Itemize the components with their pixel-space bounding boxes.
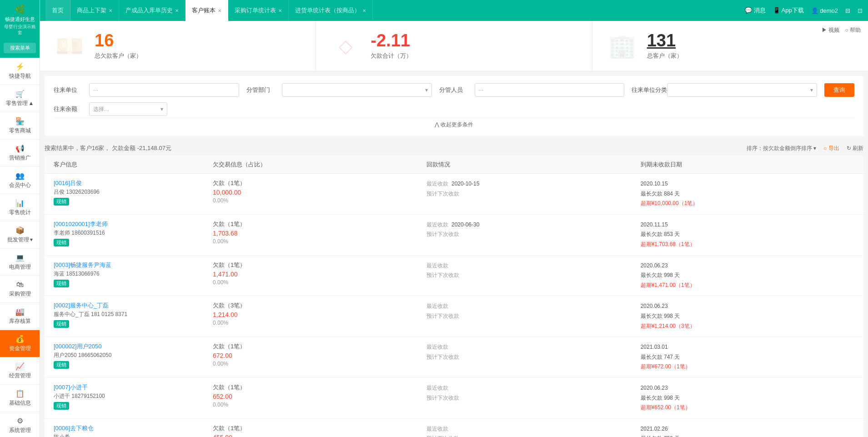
batch-mgmt-icon: 📦 [2, 226, 37, 235]
debt-amount-1: 10,000.00 [213, 189, 426, 196]
close-icon[interactable]: ✕ [109, 8, 112, 13]
sidebar-item-member[interactable]: 👥 会员中心 [0, 167, 40, 194]
customer-tag-5: 现销 [54, 361, 69, 369]
sidebar-item-label-row: 批发管理 ▾ [2, 236, 37, 244]
customer-name-2: [0001020001]李老师 [54, 220, 213, 228]
purchase-label: 采购管理 [2, 290, 37, 298]
window-maximize-btn[interactable]: ⊡ [858, 7, 863, 14]
customer-link-6[interactable]: [0007]小进干 [54, 384, 88, 391]
overdue-4[interactable]: 超期¥1,214.00（3笔） [641, 321, 854, 332]
user-avatar[interactable]: 👤 demo2 [811, 7, 838, 14]
overdue-1[interactable]: 超期¥10,000.00（1笔） [641, 199, 854, 209]
balance-select[interactable]: 选择... ▾ [89, 102, 167, 116]
sidebar-item-ecom[interactable]: 💻 电商管理 [0, 249, 40, 276]
tab-customer-account-label: 客户账本 [192, 6, 216, 15]
due-days-1: 最长欠款 884 天 [641, 189, 854, 199]
sidebar-item-capital[interactable]: 💰 资金管理 [0, 330, 40, 357]
filter-balance: 往来余额 选择... ▾ [54, 102, 167, 116]
overdue-5[interactable]: 超期¥672.00（1笔） [641, 362, 854, 372]
overdue-3[interactable]: 超期¥1,471.00（1笔） [641, 281, 854, 291]
query-button[interactable]: 查询 [824, 83, 854, 97]
dept-select[interactable]: ▾ [282, 83, 432, 97]
from-unit-input[interactable]: ··· [89, 83, 239, 97]
tab-home[interactable]: 首页 [45, 0, 70, 21]
sidebar-item-batch-mgmt[interactable]: 📦 批发管理 ▾ [0, 221, 40, 249]
customer-info-1: [0016]吕俊 吕俊 13026203696 现销 [54, 179, 213, 206]
stat-number-overdue-customers: 16 [95, 32, 302, 49]
result-summary: 搜索结果中，客户16家， 欠款金额 -21,148.07元 [45, 144, 171, 152]
close-icon[interactable]: ✕ [278, 8, 282, 13]
stat-content-3: 131 总客户（家） [647, 32, 854, 60]
debt-amount-6: 652.00 [213, 393, 426, 400]
export-button[interactable]: ○ 导出 [823, 145, 839, 152]
stat-icon-building: 🏢 [606, 30, 638, 62]
retail-mall-icon: 🏪 [2, 117, 37, 126]
unit-category-select[interactable]: ▾ [667, 83, 817, 97]
customer-link-5[interactable]: [000002]用户2050 [54, 343, 102, 350]
sidebar-item-quick-nav[interactable]: ⚡ 快捷导航 [0, 58, 40, 85]
customer-tag-2: 现销 [54, 239, 69, 246]
collapse-filter-btn[interactable]: ⋀ 收起更多条件 [54, 118, 854, 131]
customer-name-1: [0016]吕俊 [54, 179, 213, 187]
customer-link-3[interactable]: [0003]畅捷服务尹海蓝 [54, 261, 111, 268]
search-menu-button[interactable]: 搜索菜单 [4, 43, 36, 53]
payback-info-7: 最近收款 预计下次收款 [426, 424, 640, 437]
close-icon[interactable]: ✕ [362, 8, 366, 13]
tab-product-shelf[interactable]: 商品上下架 ✕ [70, 0, 119, 21]
close-icon[interactable]: ✕ [175, 8, 179, 13]
person-input[interactable]: ··· [475, 83, 625, 97]
message-btn[interactable]: 💬 消息 [745, 6, 766, 15]
tab-product-history[interactable]: 产成品入库单历史 ✕ [119, 0, 186, 21]
debt-count-7: 欠款（1笔） [213, 424, 426, 432]
filter-row-2: 往来余额 选择... ▾ [54, 102, 854, 116]
sidebar-item-marketing[interactable]: 📢 营销推广 [0, 140, 40, 167]
system-icon: ⚙ [2, 417, 37, 425]
payback-info-1: 最近收款 2020-10-15 预计下次收款 [426, 179, 640, 199]
sidebar-item-retail-mall[interactable]: 🏪 零售商城 [0, 112, 40, 140]
window-minimize-btn[interactable]: ⊟ [845, 7, 850, 14]
refresh-button[interactable]: ↻ 刷新 [847, 145, 863, 152]
customer-phone-6: 小进干 18279152100 [54, 392, 213, 400]
help-btn[interactable]: ○ 帮助 [845, 26, 861, 34]
filter-area: 往来单位 ··· 分管部门 ▾ 分管人员 ··· [45, 76, 863, 136]
sidebar-item-system[interactable]: ⚙ 系统管理 [0, 412, 40, 437]
customer-link-2[interactable]: [0001020001]李老师 [54, 221, 108, 227]
sidebar-item-ops[interactable]: 📈 经营管理 [0, 357, 40, 385]
customer-link-4[interactable]: [0002]服务中心_丁磊 [54, 302, 109, 309]
customer-link-1[interactable]: [0016]吕俊 [54, 180, 82, 186]
due-date-2: 2020.11.15 [641, 220, 854, 230]
video-btn[interactable]: ▶ 视频 [822, 26, 839, 34]
system-label: 系统管理 [2, 427, 37, 434]
app-download-btn[interactable]: 📱 App下载 [773, 6, 804, 15]
sidebar-item-inventory[interactable]: 🏭 库存核算 [0, 303, 40, 330]
tab-bar: 首页 商品上下架 ✕ 产成品入库单历史 ✕ 客户账本 ✕ 采购订单统计表 ✕ 进… [45, 0, 373, 21]
due-date-3: 2020.06.23 [641, 261, 854, 271]
close-icon[interactable]: ✕ [218, 8, 221, 13]
tab-customer-account[interactable]: 客户账本 ✕ [186, 0, 228, 21]
customer-name-4: [0002]服务中心_丁磊 [54, 301, 213, 310]
tab-purchase-stats[interactable]: 进货单统计表（按商品） ✕ [289, 0, 373, 21]
overdue-6[interactable]: 超期¥652.00（1笔） [641, 403, 854, 413]
sidebar-item-retail-mgmt[interactable]: 🛒 零售管理 ▲ [0, 85, 40, 112]
payback-info-2: 最近收款 2020-06-30 预计下次收款 [426, 220, 640, 240]
sidebar-item-purchase[interactable]: 🛍 采购管理 [0, 276, 40, 303]
sort-button[interactable]: 排序：按欠款金额倒序排序 ▾ [747, 145, 816, 152]
sidebar-item-retail-stats[interactable]: 📊 零售统计 [0, 194, 40, 221]
customer-name-6: [0007]小进干 [54, 383, 213, 392]
customer-phone-3: 海蓝 18513066976 [54, 270, 213, 278]
customer-name-3: [0003]畅捷服务尹海蓝 [54, 261, 213, 269]
tab-purchase-order[interactable]: 采购订单统计表 ✕ [228, 0, 289, 21]
customer-phone-7: 陈小希 [54, 433, 213, 437]
sidebar-item-label: 快捷导航 [2, 72, 37, 80]
customer-link-7[interactable]: [0006]去下粮仓 [54, 425, 94, 432]
payback-info-6: 最近收款 预计下次收款 [426, 383, 640, 403]
col-header-due: 到期未收款日期 [641, 161, 854, 169]
stat-card-debt-total: ◇ -2.11 欠款合计（万） [316, 21, 592, 71]
overdue-2[interactable]: 超期¥1,703.68（1笔） [641, 240, 854, 250]
member-label: 会员中心 [2, 181, 37, 189]
customer-info-2: [0001020001]李老师 李老师 18600391516 现销 [54, 220, 213, 246]
due-days-5: 最长欠款 747 天 [641, 352, 854, 362]
sidebar-item-basic[interactable]: 📋 基础信息 [0, 385, 40, 412]
capital-icon: 💰 [2, 335, 37, 343]
due-date-1: 2020.10.15 [641, 179, 854, 189]
